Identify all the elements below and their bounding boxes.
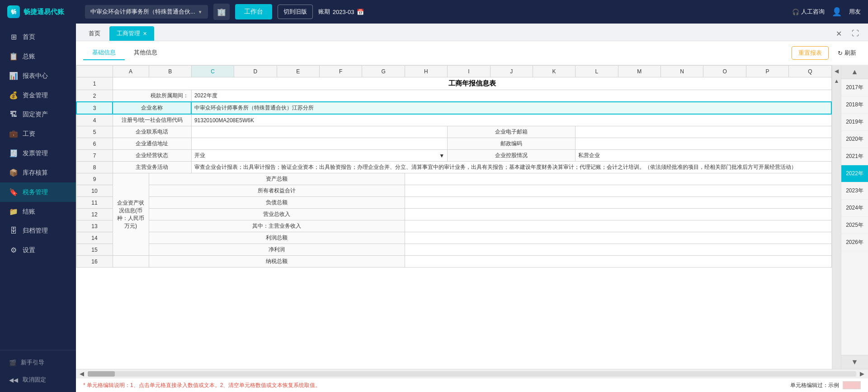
sidebar-item-tax[interactable]: 🔖税务管理 [0, 182, 76, 202]
year-nav-down-button[interactable]: ▼ [841, 355, 868, 369]
col-header-g[interactable]: G [362, 66, 405, 77]
email-value[interactable] [576, 126, 831, 138]
total-assets-value[interactable] [405, 173, 831, 185]
panel-up-icon[interactable]: ▲ [833, 77, 840, 85]
old-version-button[interactable]: 切到旧版 [278, 5, 313, 19]
holding-value[interactable]: 私营企业 [576, 150, 831, 162]
total-profit-value[interactable] [405, 232, 831, 244]
workbench-button[interactable]: 工作台 [235, 4, 272, 19]
equity-value[interactable] [405, 185, 831, 197]
bottom-bar: * 单元格编辑说明：1、点击单元格直接录入数值或文本。2、清空单元格数值或文本恢… [76, 378, 868, 392]
sidebar-item-reports[interactable]: 📊报表中心 [0, 66, 76, 86]
sidebar-item-ledger[interactable]: 📋总账 [0, 47, 76, 66]
row-num-7: 7 [76, 150, 113, 162]
reg-code-value[interactable]: 91320100MA208E5W6K [191, 114, 831, 126]
inventory-icon: 📦 [9, 168, 18, 177]
col-header-k[interactable]: K [533, 66, 575, 77]
col-header-i[interactable]: I [448, 66, 490, 77]
tab-close-icon[interactable]: ✕ [143, 31, 147, 37]
col-header-d[interactable]: D [234, 66, 277, 77]
sidebar-item-home[interactable]: ⊞首页 [0, 27, 76, 47]
hscroll-bar: ◀ ▶ [76, 369, 868, 378]
sidebar-item-inventory[interactable]: 📦库存核算 [0, 163, 76, 182]
table-row: 5 企业联系电话 企业电子邮箱 [76, 126, 831, 138]
col-header-n[interactable]: N [661, 66, 703, 77]
sidebar-item-settings[interactable]: ⚙设置 [0, 240, 76, 260]
sidebar-item-invoices[interactable]: 🧾发票管理 [0, 143, 76, 163]
year-item-2024年[interactable]: 2024年 [841, 200, 868, 217]
calendar-icon[interactable]: 📅 [357, 9, 364, 15]
service-btn[interactable]: 🎧 人工咨询 [792, 8, 825, 16]
main-biz-value[interactable]: 审查企业会计报表；出具审计报告；验证企业资本；出具验资报告；办理企业合并、分立、… [191, 162, 831, 173]
company-name-value-cell[interactable]: 中审众环会计师事务所（特殊普通合伙）江苏分所 [191, 102, 831, 114]
year-nav-up-button[interactable]: ▲ [841, 65, 868, 79]
tab-commerce[interactable]: 工商管理 ✕ [109, 26, 154, 41]
tab-home[interactable]: 首页 [81, 26, 108, 41]
hscroll-right-arrow[interactable]: ▶ [858, 370, 866, 377]
year-item-2018年[interactable]: 2018年 [841, 96, 868, 114]
net-profit-value[interactable] [405, 244, 831, 256]
total-revenue-value[interactable] [405, 209, 831, 220]
tab-expand-btn[interactable]: ⛶ [848, 28, 863, 40]
year-item-2022年[interactable]: 2022年 [841, 165, 868, 182]
title-cell[interactable]: 工商年报信息表 [113, 77, 831, 90]
refresh-button[interactable]: ↻ 刷新 [833, 47, 861, 59]
col-header-j[interactable]: J [490, 66, 533, 77]
row-num-6: 6 [76, 138, 113, 150]
sidebar-item-closing[interactable]: 📁结账 [0, 202, 76, 221]
col-header-m[interactable]: M [618, 66, 660, 77]
main-revenue-value[interactable] [405, 220, 831, 232]
col-header-e[interactable]: E [277, 66, 319, 77]
company-name: 中审众环会计师事务所（特殊普通合伙... [90, 8, 195, 16]
tax-icon: 🔖 [9, 188, 18, 196]
tab-other-info[interactable]: 其他信息 [125, 46, 166, 60]
sidebar-item-unpin[interactable]: ◀◀ 取消固定 [0, 371, 76, 388]
spreadsheet-container: A B C D E F G H I J K L [76, 65, 868, 369]
sidebar-item-guide[interactable]: 🎬 新手引导 [0, 354, 76, 371]
reset-report-button[interactable]: 重置报表 [792, 46, 829, 60]
year-item-2017年[interactable]: 2017年 [841, 79, 868, 96]
year-item-2020年[interactable]: 2020年 [841, 131, 868, 148]
sidebar-item-wages[interactable]: 💼工资 [0, 124, 76, 143]
company-name-label-cell: 企业名称 [113, 102, 191, 114]
sidebar-item-funds[interactable]: 💰资金管理 [0, 86, 76, 105]
col-header-a[interactable]: A [113, 66, 149, 77]
total-revenue-label: 营业总收入 [149, 209, 405, 220]
guide-label: 新手引导 [21, 359, 44, 367]
total-tax-value[interactable] [405, 256, 831, 268]
spreadsheet-wrapper[interactable]: A B C D E F G H I J K L [76, 65, 832, 369]
col-header-f[interactable]: F [320, 66, 362, 77]
address-value[interactable] [191, 138, 447, 150]
panel-collapse-icon[interactable]: ◀ [834, 67, 840, 75]
invoices-icon: 🧾 [9, 149, 18, 158]
col-header-l[interactable]: L [576, 66, 618, 77]
col-header-p[interactable]: P [746, 66, 788, 77]
year-item-2026年[interactable]: 2026年 [841, 234, 868, 251]
postcode-value[interactable] [576, 138, 831, 150]
col-header-c[interactable]: C [191, 66, 234, 77]
sidebar-item-assets[interactable]: 🏗固定资产 [0, 105, 76, 124]
col-header-o[interactable]: O [703, 66, 746, 77]
company-icon-btn[interactable]: 🏢 [213, 4, 230, 20]
period-value-cell[interactable]: 2022年度 [191, 90, 831, 102]
col-header-h[interactable]: H [405, 66, 447, 77]
total-debt-value[interactable] [405, 197, 831, 209]
assets-group-label-2 [113, 256, 149, 268]
unpin-label: 取消固定 [23, 376, 46, 384]
unpin-icon: ◀◀ [9, 377, 18, 383]
sidebar-item-archive[interactable]: 🗄归档管理 [0, 221, 76, 240]
year-item-2019年[interactable]: 2019年 [841, 114, 868, 131]
tab-close-btn[interactable]: ✕ [832, 28, 845, 40]
year-item-2025年[interactable]: 2025年 [841, 217, 868, 234]
hscroll-left-arrow[interactable]: ◀ [78, 370, 86, 377]
hscroll-thumb[interactable] [88, 371, 115, 377]
biz-status-value[interactable]: 开业 ▼ [191, 150, 447, 162]
col-header-q[interactable]: Q [789, 66, 831, 77]
year-item-2021年[interactable]: 2021年 [841, 148, 868, 165]
tab-basic-info[interactable]: 基础信息 [83, 46, 125, 60]
col-header-b[interactable]: B [149, 66, 191, 77]
company-selector[interactable]: 中审众环会计师事务所（特殊普通合伙... ▼ [85, 5, 208, 19]
year-item-2023年[interactable]: 2023年 [841, 182, 868, 200]
guide-icon: 🎬 [9, 359, 16, 366]
phone-value[interactable] [191, 126, 447, 138]
